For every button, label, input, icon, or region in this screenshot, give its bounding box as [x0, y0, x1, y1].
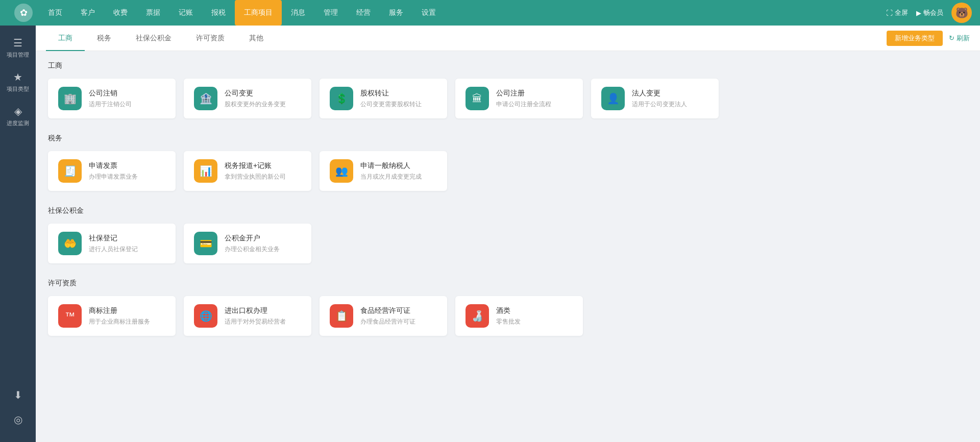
- card-text-company-cancel: 公司注销适用于注销公司: [89, 89, 165, 109]
- logo-icon: ✿: [14, 4, 33, 22]
- card-icon-trademark: ™: [58, 304, 82, 328]
- card-equity-transfer[interactable]: 💲股权转让公司变更需要股权转让: [320, 79, 447, 118]
- card-icon-general-taxpayer: 👥: [330, 159, 353, 183]
- card-import-export[interactable]: 🌐进出口权办理适用于对外贸易经营者: [184, 296, 311, 336]
- nav-item-客户[interactable]: 客户: [71, 0, 104, 26]
- content-area: 工商税务社保公积金许可资质其他 新增业务类型 ↻ 刷新 工商🏢公司注销适用于注销…: [36, 26, 980, 442]
- nav-item-报税[interactable]: 报税: [202, 0, 235, 26]
- card-name-apply-invoice: 申请发票: [89, 161, 165, 170]
- card-text-company-register: 公司注册申请公司注册全流程: [496, 89, 573, 109]
- logo-area: ✿: [8, 4, 39, 22]
- card-provident-fund[interactable]: 💳公积金开户办理公积金相关业务: [184, 224, 311, 263]
- card-food-license[interactable]: 📋食品经营许可证办理食品经营许可证: [320, 296, 447, 336]
- card-text-general-taxpayer: 申请一般纳税人当月或次月成变更完成: [360, 161, 437, 181]
- card-company-change[interactable]: 🏦公司变更股权变更外的业务变更: [184, 79, 311, 118]
- nav-item-经营[interactable]: 经营: [347, 0, 380, 26]
- sidebar-item-project-management[interactable]: ☰ 项目管理: [0, 31, 36, 65]
- card-icon-alcohol: 🍶: [465, 304, 489, 328]
- nav-item-票据[interactable]: 票据: [137, 0, 169, 26]
- sidebar-item-download[interactable]: ⬇: [10, 383, 27, 407]
- tab-社保公积金[interactable]: 社保公积金: [124, 26, 184, 51]
- sidebar-bottom: ⬇ ◎: [10, 383, 27, 442]
- card-text-social-insurance: 社保登记进行人员社保登记: [89, 234, 165, 254]
- sidebar-item-location[interactable]: ◎: [10, 407, 27, 432]
- card-name-equity-transfer: 股权转让: [360, 89, 437, 98]
- section-shebao: 社保公积金🤲社保登记进行人员社保登记💳公积金开户办理公积金相关业务: [48, 206, 968, 263]
- nav-right: ⛶ 全屏 ▶ 畅会员 🐻: [886, 3, 972, 23]
- star-icon: ★: [13, 71, 22, 83]
- section-shuiwu: 税务🧾申请发票办理申请发票业务📊税务报道+记账拿到营业执照的新公司👥申请一般纳税…: [48, 134, 968, 191]
- vip-button[interactable]: ▶ 畅会员: [916, 8, 943, 17]
- card-social-insurance[interactable]: 🤲社保登记进行人员社保登记: [48, 224, 176, 263]
- nav-item-管理[interactable]: 管理: [314, 0, 347, 26]
- card-desc-company-cancel: 适用于注销公司: [89, 100, 165, 109]
- card-desc-general-taxpayer: 当月或次月成变更完成: [360, 173, 437, 181]
- card-trademark[interactable]: ™商标注册用于企业商标注册服务: [48, 296, 176, 336]
- section-title-xuke: 许可资质: [48, 279, 968, 288]
- cards-grid-shuiwu: 🧾申请发票办理申请发票业务📊税务报道+记账拿到营业执照的新公司👥申请一般纳税人当…: [48, 151, 968, 191]
- card-desc-apply-invoice: 办理申请发票业务: [89, 173, 165, 181]
- refresh-label: 刷新: [957, 34, 970, 43]
- nav-item-消息[interactable]: 消息: [282, 0, 314, 26]
- fullscreen-icon: ⛶: [886, 9, 893, 17]
- card-text-tax-report-bookkeeping: 税务报道+记账拿到营业执照的新公司: [225, 161, 301, 181]
- card-legal-change[interactable]: 👤法人变更适用于公司变更法人: [591, 79, 719, 118]
- new-type-button[interactable]: 新增业务类型: [887, 31, 943, 46]
- card-icon-provident-fund: 💳: [194, 232, 217, 255]
- card-text-alcohol: 酒类零售批发: [496, 306, 573, 326]
- card-general-taxpayer[interactable]: 👥申请一般纳税人当月或次月成变更完成: [320, 151, 447, 191]
- card-desc-alcohol: 零售批发: [496, 317, 573, 326]
- card-text-company-change: 公司变更股权变更外的业务变更: [225, 89, 301, 109]
- nav-item-收费[interactable]: 收费: [104, 0, 137, 26]
- card-name-import-export: 进出口权办理: [225, 306, 301, 315]
- card-icon-tax-report-bookkeeping: 📊: [194, 159, 217, 183]
- section-title-gongshang: 工商: [48, 61, 968, 70]
- download-icon: ⬇: [14, 389, 22, 401]
- card-icon-equity-transfer: 💲: [330, 87, 353, 110]
- card-name-tax-report-bookkeeping: 税务报道+记账: [225, 161, 301, 170]
- card-desc-food-license: 办理食品经营许可证: [360, 317, 437, 326]
- tab-工商[interactable]: 工商: [46, 26, 85, 51]
- nav-item-服务[interactable]: 服务: [380, 0, 412, 26]
- top-nav: ✿ 首页客户收费票据记账报税工商项目消息管理经营服务设置 ⛶ 全屏 ▶ 畅会员 …: [0, 0, 980, 26]
- card-company-register[interactable]: 🏛公司注册申请公司注册全流程: [455, 79, 583, 118]
- left-sidebar: ☰ 项目管理 ★ 项目类型 ◈ 进度监测 ⬇ ◎: [0, 26, 36, 442]
- cards-grid-gongshang: 🏢公司注销适用于注销公司🏦公司变更股权变更外的业务变更💲股权转让公司变更需要股权…: [48, 79, 968, 118]
- card-desc-provident-fund: 办理公积金相关业务: [225, 245, 301, 254]
- nav-item-工商项目[interactable]: 工商项目: [235, 0, 282, 26]
- card-company-cancel[interactable]: 🏢公司注销适用于注销公司: [48, 79, 176, 118]
- card-name-provident-fund: 公积金开户: [225, 234, 301, 243]
- main-layout: ☰ 项目管理 ★ 项目类型 ◈ 进度监测 ⬇ ◎ 工商税务社保公积金许可资质其他…: [0, 26, 980, 442]
- sidebar-label-progress-monitor: 进度监测: [7, 119, 29, 127]
- card-desc-equity-transfer: 公司变更需要股权转让: [360, 100, 437, 109]
- card-apply-invoice[interactable]: 🧾申请发票办理申请发票业务: [48, 151, 176, 191]
- nav-item-记账[interactable]: 记账: [169, 0, 202, 26]
- sidebar-item-project-type[interactable]: ★ 项目类型: [0, 65, 36, 99]
- nav-item-设置[interactable]: 设置: [412, 0, 445, 26]
- tab-其他[interactable]: 其他: [237, 26, 276, 51]
- card-icon-import-export: 🌐: [194, 304, 217, 328]
- tab-税务[interactable]: 税务: [85, 26, 124, 51]
- card-desc-import-export: 适用于对外贸易经营者: [225, 317, 301, 326]
- card-name-social-insurance: 社保登记: [89, 234, 165, 243]
- card-text-import-export: 进出口权办理适用于对外贸易经营者: [225, 306, 301, 326]
- section-xuke: 许可资质™商标注册用于企业商标注册服务🌐进出口权办理适用于对外贸易经营者📋食品经…: [48, 279, 968, 336]
- sidebar-label-project-management: 项目管理: [7, 51, 29, 59]
- card-desc-company-register: 申请公司注册全流程: [496, 100, 573, 109]
- refresh-button[interactable]: ↻ 刷新: [949, 34, 970, 43]
- card-icon-company-register: 🏛: [465, 87, 489, 110]
- tab-许可资质[interactable]: 许可资质: [184, 26, 237, 51]
- location-icon: ◎: [14, 413, 22, 426]
- fullscreen-button[interactable]: ⛶ 全屏: [886, 8, 908, 17]
- card-text-provident-fund: 公积金开户办理公积金相关业务: [225, 234, 301, 254]
- card-tax-report-bookkeeping[interactable]: 📊税务报道+记账拿到营业执照的新公司: [184, 151, 311, 191]
- sidebar-item-progress-monitor[interactable]: ◈ 进度监测: [0, 99, 36, 133]
- card-desc-trademark: 用于企业商标注册服务: [89, 317, 165, 326]
- nav-item-首页[interactable]: 首页: [39, 0, 71, 26]
- sidebar-label-project-type: 项目类型: [7, 85, 29, 93]
- mascot-avatar: 🐻: [951, 3, 972, 23]
- card-icon-legal-change: 👤: [601, 87, 625, 110]
- card-alcohol[interactable]: 🍶酒类零售批发: [455, 296, 583, 336]
- card-desc-tax-report-bookkeeping: 拿到营业执照的新公司: [225, 173, 301, 181]
- tab-bar: 工商税务社保公积金许可资质其他 新增业务类型 ↻ 刷新: [36, 26, 980, 51]
